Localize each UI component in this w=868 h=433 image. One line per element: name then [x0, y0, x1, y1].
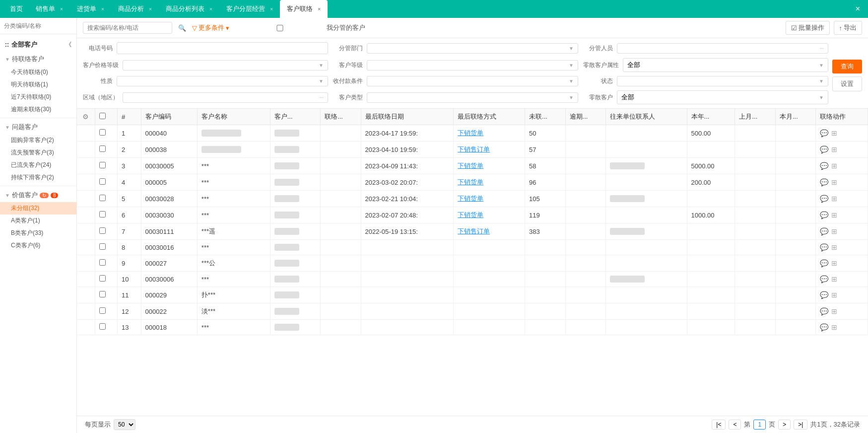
select-all-checkbox[interactable] [99, 113, 106, 119]
manager-select[interactable]: ··· [617, 43, 828, 54]
nav-tab-product-analysis[interactable]: 商品分析 × [111, 0, 159, 18]
chat-icon[interactable]: 💬 [820, 129, 828, 137]
retail-attr-select[interactable]: 全部 ▼ [623, 58, 828, 72]
nature-select[interactable]: ▼ [117, 76, 328, 86]
sidebar-item-lost[interactable]: 已流失客户(24) [0, 159, 76, 171]
row-checkbox[interactable] [99, 243, 106, 250]
chat-icon[interactable]: 💬 [820, 178, 828, 186]
my-customers-check[interactable] [235, 25, 325, 31]
sidebar-item-week[interactable]: 近7天待联络(0) [0, 91, 76, 103]
last-page-button[interactable]: >| [794, 420, 807, 430]
customer-level-select[interactable]: ▼ [367, 60, 578, 71]
close-icon[interactable]: × [270, 6, 273, 12]
row-checkbox[interactable] [99, 259, 106, 266]
chat-icon[interactable]: 💬 [820, 145, 828, 153]
payment-select[interactable]: ▼ [367, 76, 578, 86]
next-page-button[interactable]: > [778, 420, 791, 430]
close-icon[interactable]: × [209, 6, 212, 12]
nav-tab-customer-contact[interactable]: 客户联络 × [280, 0, 328, 18]
row-checkbox[interactable] [99, 195, 106, 201]
grid-action-icon[interactable]: ⊞ [831, 227, 837, 235]
close-icon[interactable]: × [60, 6, 63, 12]
settings-icon[interactable]: ⚙ [82, 113, 89, 121]
chat-icon[interactable]: 💬 [820, 243, 828, 251]
phone-input[interactable] [117, 42, 328, 54]
row-checkbox[interactable] [99, 227, 106, 234]
close-icon[interactable]: × [101, 6, 104, 12]
customer-type-select[interactable]: ▼ [367, 92, 578, 103]
chat-icon[interactable]: 💬 [820, 323, 828, 331]
grid-action-icon[interactable]: ⊞ [831, 211, 837, 219]
chat-icon[interactable]: 💬 [820, 195, 828, 203]
sidebar-item-group-a[interactable]: A类客户(1) [0, 215, 76, 227]
close-icon[interactable]: × [318, 6, 321, 12]
contact-way-link[interactable]: 下销货单 [458, 178, 483, 186]
row-checkbox[interactable] [99, 129, 106, 136]
sidebar-item-overdue[interactable]: 逾期未联络(30) [0, 103, 76, 116]
grid-action-icon[interactable]: ⊞ [831, 195, 837, 203]
row-checkbox[interactable] [99, 178, 106, 185]
sidebar-item-unclassified[interactable]: 未分组(32) [0, 202, 76, 215]
chat-icon[interactable]: 💬 [820, 162, 828, 170]
contact-way-link[interactable]: 下销售订单 [458, 227, 490, 235]
contact-way-link[interactable]: 下销货单 [458, 129, 483, 137]
contact-way-link[interactable]: 下销售订单 [458, 145, 490, 153]
nav-tab-product-analysis-list[interactable]: 商品分析列表 × [159, 0, 219, 18]
prev-page-button[interactable]: < [729, 420, 741, 430]
contact-way-link[interactable]: 下销货单 [458, 195, 483, 202]
grid-action-icon[interactable]: ⊞ [831, 243, 837, 251]
query-button[interactable]: 查询 [832, 60, 862, 73]
nav-tab-sales[interactable]: 销售单 × [29, 0, 70, 18]
sidebar-group-value[interactable]: ▼ 价值客户 ↻ 8 [0, 188, 76, 202]
status-select[interactable]: ▼ [617, 76, 828, 86]
nav-tab-purchase[interactable]: 进货单 × [70, 0, 111, 18]
sidebar-item-group-c[interactable]: C类客户(6) [0, 239, 76, 252]
export-button[interactable]: ↑ 导出 [834, 21, 863, 35]
retail-customer-select[interactable]: 全部 ▼ [617, 90, 828, 104]
row-checkbox[interactable] [99, 291, 106, 297]
grid-action-icon[interactable]: ⊞ [831, 178, 837, 186]
sidebar-item-tomorrow[interactable]: 明天待联络(1) [0, 78, 76, 91]
chat-icon[interactable]: 💬 [820, 275, 828, 283]
region-select[interactable]: ··· [123, 92, 328, 103]
first-page-button[interactable]: |< [712, 420, 726, 430]
sidebar-item-today[interactable]: 今天待联络(0) [0, 66, 76, 78]
nav-tab-customer-segment[interactable]: 客户分层经营 × [219, 0, 280, 18]
row-checkbox[interactable] [99, 323, 106, 330]
chat-icon[interactable]: 💬 [820, 227, 828, 235]
row-checkbox[interactable] [99, 145, 106, 152]
chat-icon[interactable]: 💬 [820, 211, 828, 219]
more-filters-button[interactable]: ▽ 更多条件 ▾ [192, 23, 229, 32]
grid-action-icon[interactable]: ⊞ [831, 259, 837, 267]
sidebar-group-problem[interactable]: ▼ 问题客户 [0, 120, 76, 134]
grid-action-icon[interactable]: ⊞ [831, 162, 837, 170]
price-level-select[interactable]: ▼ [123, 60, 328, 71]
contact-way-link[interactable]: 下销货单 [458, 162, 483, 169]
sidebar-item-abnormal[interactable]: 固购异常客户(2) [0, 134, 76, 146]
sidebar-search-input[interactable] [4, 22, 77, 29]
grid-action-icon[interactable]: ⊞ [831, 275, 837, 283]
grid-action-icon[interactable]: ⊞ [831, 145, 837, 153]
sidebar-item-flow-warn[interactable]: 流失预警客户(3) [0, 146, 76, 159]
dept-select[interactable]: ▼ [367, 43, 578, 54]
chat-icon[interactable]: 💬 [820, 259, 828, 267]
sidebar-all-customers[interactable]: :: 全部客户 《 [0, 37, 76, 52]
grid-action-icon[interactable]: ⊞ [831, 323, 837, 331]
sidebar-item-hold-down[interactable]: 持续下滑客户(2) [0, 171, 76, 184]
search-input[interactable] [83, 22, 172, 34]
row-checkbox[interactable] [99, 162, 106, 168]
window-close-button[interactable]: × [852, 4, 864, 13]
reset-button[interactable]: 设置 [832, 76, 862, 91]
nav-home[interactable]: 首页 [4, 0, 29, 18]
per-page-select[interactable]: 50 [114, 419, 135, 430]
sidebar-group-pending[interactable]: ▼ 待联络客户 [0, 52, 76, 66]
row-checkbox[interactable] [99, 211, 106, 217]
grid-action-icon[interactable]: ⊞ [831, 129, 837, 137]
grid-action-icon[interactable]: ⊞ [831, 291, 837, 299]
search-button[interactable]: 🔍 [178, 24, 186, 32]
close-icon[interactable]: × [149, 6, 152, 12]
chat-icon[interactable]: 💬 [820, 291, 828, 299]
batch-ops-button[interactable]: ☑ 批量操作 [786, 21, 830, 35]
row-checkbox[interactable] [99, 275, 106, 282]
contact-way-link[interactable]: 下销货单 [458, 211, 483, 218]
